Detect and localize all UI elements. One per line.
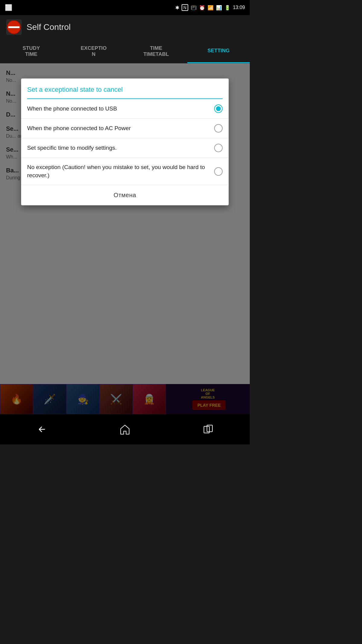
dialog-cancel-button[interactable]: Отмена xyxy=(21,185,229,205)
app-title: Self Control xyxy=(27,22,71,32)
dialog-option-ac-power[interactable]: When the phone connected to AC Power xyxy=(21,119,229,138)
tab-exception[interactable]: EXCEPTION xyxy=(62,39,125,63)
dialog-option-usb-text: When the phone connected to USB xyxy=(27,105,214,113)
back-icon xyxy=(36,424,47,435)
signal-icon: 📊 xyxy=(216,5,222,11)
vibrate-icon: 📳 xyxy=(191,5,197,11)
tab-setting[interactable]: SETTING xyxy=(187,39,250,63)
app-icon xyxy=(6,19,22,35)
wifi-icon: 📶 xyxy=(208,5,214,11)
nfc-icon: N xyxy=(182,4,188,11)
radio-specific-time[interactable] xyxy=(214,144,223,152)
dialog-option-specific-time-text: Set specific time to modify settings. xyxy=(27,144,214,152)
tab-study-time-label: STUDYTIME xyxy=(23,45,40,57)
radio-usb[interactable] xyxy=(214,104,223,113)
radio-ac-power[interactable] xyxy=(214,124,223,133)
tab-setting-label: SETTING xyxy=(208,48,230,54)
tab-bar: STUDYTIME EXCEPTION TIMETIMETABL SETTING xyxy=(0,39,250,63)
tab-timetable-label: TIMETIMETABL xyxy=(143,45,169,57)
dialog-option-usb[interactable]: When the phone connected to USB xyxy=(21,99,229,119)
no-entry-icon xyxy=(7,20,21,34)
radio-no-exception[interactable] xyxy=(214,167,223,176)
home-button[interactable] xyxy=(116,420,134,438)
bluetooth-icon: ✱ xyxy=(175,5,179,11)
dialog-option-specific-time[interactable]: Set specific time to modify settings. xyxy=(21,138,229,158)
dialog-cancel-label: Отмена xyxy=(114,192,136,199)
dialog-option-ac-power-text: When the phone connected to AC Power xyxy=(27,124,214,133)
home-icon xyxy=(119,424,130,435)
recents-icon xyxy=(203,424,214,435)
time-display: 13:09 xyxy=(233,5,245,10)
back-button[interactable] xyxy=(33,420,51,438)
battery-icon: 🔋 xyxy=(224,5,230,11)
dialog-title: Set a exceptional state to cancel xyxy=(21,78,229,98)
status-bar-right: ✱ N 📳 ⏰ 📶 📊 🔋 13:09 xyxy=(175,4,245,11)
dialog-option-no-exception-text: No exception (Caution! when you mistake … xyxy=(27,163,214,179)
app-bar: Self Control xyxy=(0,15,250,39)
status-bar: ⬜ ✱ N 📳 ⏰ 📶 📊 🔋 13:09 xyxy=(0,0,250,15)
dialog-option-no-exception[interactable]: No exception (Caution! when you mistake … xyxy=(21,158,229,185)
bottom-nav xyxy=(0,414,250,444)
screen-icon: ⬜ xyxy=(5,4,12,11)
alarm-icon: ⏰ xyxy=(199,5,205,11)
tab-exception-label: EXCEPTION xyxy=(81,45,107,57)
status-bar-left: ⬜ xyxy=(5,4,14,11)
dialog: Set a exceptional state to cancel When t… xyxy=(21,78,229,205)
tab-timetable[interactable]: TIMETIMETABL xyxy=(125,39,187,63)
tab-study-time[interactable]: STUDYTIME xyxy=(0,39,62,63)
recents-button[interactable] xyxy=(199,420,217,438)
